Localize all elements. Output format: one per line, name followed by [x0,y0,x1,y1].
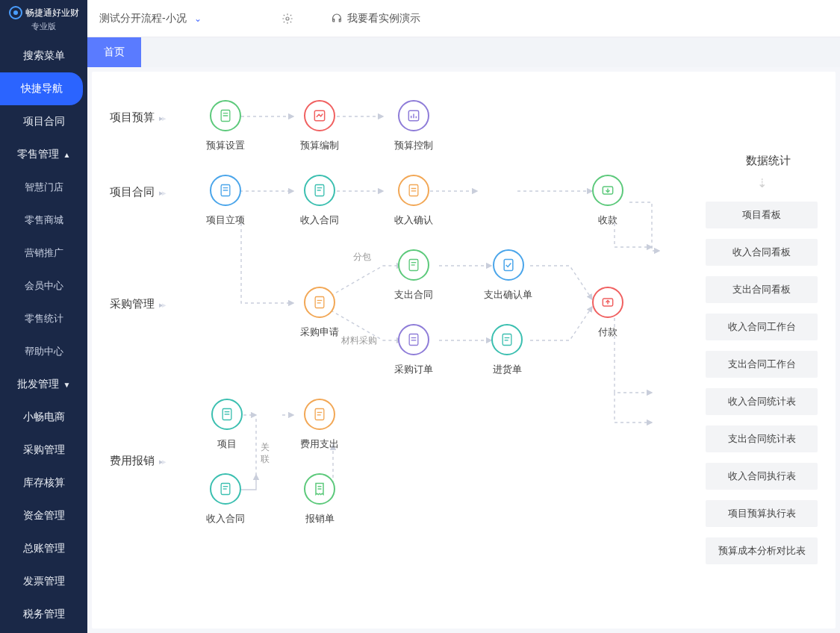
chart-icon [304,100,335,131]
sidebar: 畅捷通好业财 专业版 搜索菜单快捷导航项目合同零售管理▲智慧门店零售商城营销推广… [0,0,87,633]
flow-canvas: 项目预算 项目合同 采购管理 费用报销 预算设置 预算编制 预算控制 项目立项 … [92,72,836,629]
node-payment[interactable]: 付款 [592,287,623,339]
node-reimburse[interactable]: 报销单 [304,473,335,526]
sidebar-item[interactable]: 总账管理 [0,532,87,565]
demo-link[interactable]: 我要看实例演示 [331,12,420,25]
stats-button[interactable]: 收入合同工作台 [706,314,818,340]
receipt-icon [304,473,335,505]
node-expense-contract[interactable]: 支出合同 [394,249,433,302]
doc-icon [210,473,241,505]
node-budget-control[interactable]: 预算控制 [394,100,433,152]
doc-icon [210,175,241,206]
sidebar-item[interactable]: 发票管理 [0,565,87,598]
svg-rect-40 [503,334,511,346]
stats-button[interactable]: 项目看板 [706,202,818,228]
stats-button[interactable]: 收入合同统计表 [706,388,818,415]
doc-icon [491,324,523,355]
stats-panel: 项目看板收入合同看板支出合同看板收入合同工作台支出合同工作台收入合同统计表支出合… [706,202,818,564]
stats-down-icon: ⇣ [757,176,767,190]
tab-label: 首页 [104,46,125,59]
stats-button[interactable]: 预算成本分析对比表 [706,537,818,564]
brand-logo-icon [9,6,22,19]
tab-bar: 首页 [87,37,840,67]
edge-label-rel: 关 联 [261,442,270,465]
doc-icon [398,249,429,281]
stats-button[interactable]: 支出合同看板 [706,276,818,303]
node-purchase-request[interactable]: 采购申请 [300,287,339,339]
stats-button[interactable]: 收入合同看板 [706,239,818,266]
org-selector[interactable]: 测试分开流程-小况 ⌄ [99,12,271,25]
org-name: 测试分开流程-小况 [99,12,187,25]
brand-name: 畅捷通好业财 [25,7,79,19]
sidebar-subitem[interactable]: 会员中心 [0,269,87,302]
node-budget-setup[interactable]: 预算设置 [206,100,245,152]
svg-rect-37 [409,334,418,346]
headset-icon [331,13,343,25]
svg-rect-30 [315,297,324,308]
doc-check-icon [493,249,524,281]
sidebar-menu: 搜索菜单快捷导航项目合同零售管理▲智慧门店零售商城营销推广会员中心零售统计帮助中… [0,40,87,631]
sidebar-item[interactable]: 税务管理 [0,598,87,631]
doc-icon [398,324,429,355]
money-out-icon [592,287,623,318]
brand-edition: 专业版 [31,21,56,32]
doc-icon [211,399,243,430]
row-label-contract: 项目合同 [110,185,171,199]
stats-button[interactable]: 收入合同执行表 [706,463,818,490]
sidebar-item[interactable]: 采购管理 [0,434,87,467]
sidebar-item[interactable]: 零售管理▲ [0,138,87,171]
tab-home[interactable]: 首页 [87,37,141,67]
sidebar-item[interactable]: 小畅电商 [0,401,87,434]
edge-label-sub: 分包 [353,251,371,264]
gear-icon[interactable] [281,13,293,25]
node-purchase-order[interactable]: 采购订单 [394,324,433,376]
row-label-budget: 项目预算 [110,110,171,125]
stats-button[interactable]: 支出合同工作台 [706,351,818,378]
edge-label-mat: 材料采购 [341,334,377,347]
node-project[interactable]: 项目 [211,399,243,451]
money-in-icon [592,175,623,206]
sidebar-subitem[interactable]: 营销推广 [0,237,87,269]
stats-button[interactable]: 项目预算执行表 [706,500,818,527]
svg-rect-36 [504,260,513,271]
sidebar-item[interactable]: 资金管理 [0,499,87,532]
demo-label: 我要看实例演示 [347,12,420,25]
node-expense-out[interactable]: 费用支出 [300,399,339,451]
sidebar-subitem[interactable]: 零售商城 [0,204,87,237]
sidebar-item[interactable]: 批发管理▼ [0,368,87,401]
node-budget-compile[interactable]: 预算编制 [300,100,339,152]
brand-area: 畅捷通好业财 专业版 [0,0,87,37]
bars-icon [398,100,429,131]
node-incoming[interactable]: 进货单 [491,324,523,376]
svg-point-0 [286,17,289,20]
sidebar-search[interactable]: 搜索菜单 [0,40,87,72]
doc-icon [304,175,335,206]
topbar: 测试分开流程-小况 ⌄ 我要看实例演示 [87,0,840,37]
stats-button[interactable]: 支出合同统计表 [706,425,818,452]
row-label-purchase: 采购管理 [110,297,171,311]
doc-icon [210,100,241,131]
sidebar-subitem[interactable]: 帮助中心 [0,335,87,368]
node-income-contract-2[interactable]: 收入合同 [206,473,245,526]
sidebar-item[interactable]: 项目合同 [0,105,87,138]
sidebar-subitem[interactable]: 零售统计 [0,302,87,335]
stats-title: 数据统计 [746,154,791,168]
svg-rect-48 [315,409,324,420]
svg-rect-25 [409,185,418,196]
node-expense-confirm[interactable]: 支出确认单 [484,249,532,302]
sidebar-item[interactable]: 库存核算 [0,467,87,499]
node-income-confirm[interactable]: 收入确认 [394,175,433,227]
node-receipt[interactable]: 收款 [592,175,623,227]
node-project-init[interactable]: 项目立项 [206,175,245,227]
chevron-down-icon: ⌄ [194,13,202,24]
sidebar-subitem[interactable]: 智慧门店 [0,171,87,204]
main-content: 项目预算 项目合同 采购管理 费用报销 预算设置 预算编制 预算控制 项目立项 … [87,67,840,633]
doc-icon [304,399,335,430]
row-label-expense: 费用报销 [110,454,171,468]
sidebar-item[interactable]: 快捷导航 [0,72,83,105]
doc-icon [304,287,335,318]
node-income-contract[interactable]: 收入合同 [300,175,339,227]
doc-icon [398,175,429,206]
